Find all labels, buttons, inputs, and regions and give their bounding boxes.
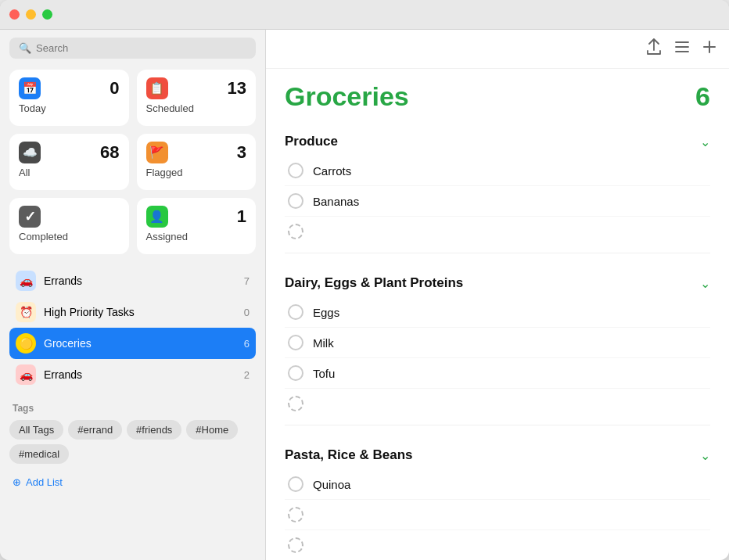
errands1-icon: 🚗 <box>16 271 36 291</box>
flagged-label: Flagged <box>146 167 247 178</box>
task-milk[interactable]: Milk <box>285 328 710 358</box>
milk-name: Milk <box>313 336 334 350</box>
smart-card-scheduled[interactable]: 📋 13 Scheduled <box>137 70 257 126</box>
task-produce-new[interactable] <box>285 217 710 246</box>
carrots-checkbox[interactable] <box>288 163 303 178</box>
detail-panel: Groceries 6 Produce ⌄ Carrots Ban <box>266 30 729 560</box>
produce-new-checkbox[interactable] <box>288 224 303 239</box>
pasta-new2-checkbox[interactable] <box>288 537 303 553</box>
dairy-chevron-icon: ⌄ <box>700 276 710 291</box>
search-icon: 🔍 <box>19 42 31 54</box>
today-icon: 📅 <box>19 77 41 99</box>
list-item-high-priority[interactable]: ⏰ High Priority Tasks 0 <box>9 296 256 328</box>
task-dairy-new[interactable] <box>285 389 710 418</box>
high-priority-name: High Priority Tasks <box>44 306 236 318</box>
flagged-icon: 🚩 <box>146 142 168 163</box>
errands2-name: Errands <box>44 368 236 381</box>
section-dairy: Dairy, Eggs & Plant Proteins ⌄ Eggs Milk… <box>285 269 710 425</box>
tags-label: Tags <box>9 403 256 414</box>
add-list-button[interactable]: ⊕ Add List <box>9 470 256 494</box>
task-quinoa[interactable]: Quinoa <box>285 469 710 500</box>
groceries-name: Groceries <box>44 337 236 350</box>
groceries-count: 6 <box>244 338 250 350</box>
assigned-label: Assigned <box>146 231 247 242</box>
main-content: 🔍 📅 0 Today 📋 13 Scheduled <box>0 30 729 560</box>
completed-icon: ✓ <box>19 206 41 228</box>
tag-home[interactable]: #Home <box>186 420 238 440</box>
maximize-button[interactable] <box>42 9 52 20</box>
section-pasta-header[interactable]: Pasta, Rice & Beans ⌄ <box>285 441 710 469</box>
all-icon: ☁️ <box>19 142 41 163</box>
smart-card-completed[interactable]: ✓ Completed <box>9 198 129 254</box>
today-count: 0 <box>110 78 119 99</box>
section-pasta-title: Pasta, Rice & Beans <box>285 447 412 463</box>
dairy-new-checkbox[interactable] <box>288 396 303 411</box>
tofu-checkbox[interactable] <box>288 365 303 381</box>
smart-lists-grid: 📅 0 Today 📋 13 Scheduled ☁️ 68 <box>9 70 256 254</box>
scheduled-icon: 📋 <box>146 77 168 99</box>
task-eggs[interactable]: Eggs <box>285 297 710 328</box>
carrots-name: Carrots <box>313 164 351 178</box>
pasta-new1-checkbox[interactable] <box>288 507 303 522</box>
milk-checkbox[interactable] <box>288 335 303 350</box>
scheduled-count: 13 <box>228 78 246 99</box>
sidebar: 🔍 📅 0 Today 📋 13 Scheduled <box>0 30 266 560</box>
completed-label: Completed <box>19 231 120 242</box>
plus-circle-icon: ⊕ <box>13 476 21 488</box>
list-view-icon[interactable] <box>674 40 690 58</box>
tags-container: All Tags #errand #friends #Home #medical <box>9 420 256 464</box>
today-label: Today <box>19 102 120 114</box>
tag-errand[interactable]: #errand <box>68 420 122 440</box>
assigned-icon: 👤 <box>146 206 168 228</box>
scheduled-label: Scheduled <box>146 102 247 114</box>
tag-all-tags[interactable]: All Tags <box>9 420 63 440</box>
section-produce-header[interactable]: Produce ⌄ <box>285 127 710 156</box>
smart-card-all[interactable]: ☁️ 68 All <box>9 134 129 190</box>
task-tofu[interactable]: Tofu <box>285 358 710 389</box>
add-task-icon[interactable] <box>702 40 716 58</box>
section-produce-title: Produce <box>285 134 338 149</box>
task-pasta-new2[interactable] <box>285 530 710 560</box>
high-priority-count: 0 <box>244 307 250 318</box>
list-item-errands2[interactable]: 🚗 Errands 2 <box>9 359 256 390</box>
groceries-icon: 🟡 <box>16 333 36 354</box>
list-item-groceries[interactable]: 🟡 Groceries 6 <box>9 328 256 359</box>
search-bar[interactable]: 🔍 <box>9 38 256 59</box>
user-lists: 🚗 Errands 7 ⏰ High Priority Tasks 0 🟡 Gr… <box>9 265 256 390</box>
all-label: All <box>19 167 120 178</box>
assigned-count: 1 <box>237 206 246 227</box>
tag-medical[interactable]: #medical <box>9 444 69 464</box>
errands2-icon: 🚗 <box>16 364 36 385</box>
tag-friends[interactable]: #friends <box>127 420 181 440</box>
smart-card-flagged[interactable]: 🚩 3 Flagged <box>137 134 257 190</box>
list-item-errands1[interactable]: 🚗 Errands 7 <box>9 265 256 296</box>
flagged-count: 3 <box>237 142 246 163</box>
task-bananas[interactable]: Bananas <box>285 186 710 217</box>
detail-title: Groceries <box>285 81 409 112</box>
tofu-name: Tofu <box>313 367 335 380</box>
eggs-name: Eggs <box>313 306 339 319</box>
section-produce: Produce ⌄ Carrots Bananas <box>285 127 710 253</box>
task-carrots[interactable]: Carrots <box>285 156 710 186</box>
app-window: 🔍 📅 0 Today 📋 13 Scheduled <box>0 0 729 560</box>
share-icon[interactable] <box>646 38 662 59</box>
task-pasta-new1[interactable] <box>285 500 710 530</box>
detail-count: 6 <box>695 81 710 112</box>
section-dairy-header[interactable]: Dairy, Eggs & Plant Proteins ⌄ <box>285 269 710 297</box>
detail-toolbar <box>266 30 729 69</box>
errands1-count: 7 <box>244 275 250 287</box>
section-dairy-title: Dairy, Eggs & Plant Proteins <box>285 275 463 291</box>
close-button[interactable] <box>9 9 20 20</box>
bananas-name: Bananas <box>313 195 359 208</box>
detail-header: Groceries 6 <box>285 81 710 112</box>
produce-chevron-icon: ⌄ <box>700 135 710 149</box>
section-pasta: Pasta, Rice & Beans ⌄ Quinoa <box>285 441 710 560</box>
quinoa-checkbox[interactable] <box>288 476 303 492</box>
minimize-button[interactable] <box>26 9 36 20</box>
smart-card-today[interactable]: 📅 0 Today <box>9 70 129 126</box>
eggs-checkbox[interactable] <box>288 304 303 320</box>
bananas-checkbox[interactable] <box>288 193 303 209</box>
smart-card-assigned[interactable]: 👤 1 Assigned <box>137 198 257 254</box>
search-input[interactable] <box>36 42 246 54</box>
tags-section: Tags All Tags #errand #friends #Home #me… <box>9 403 256 464</box>
